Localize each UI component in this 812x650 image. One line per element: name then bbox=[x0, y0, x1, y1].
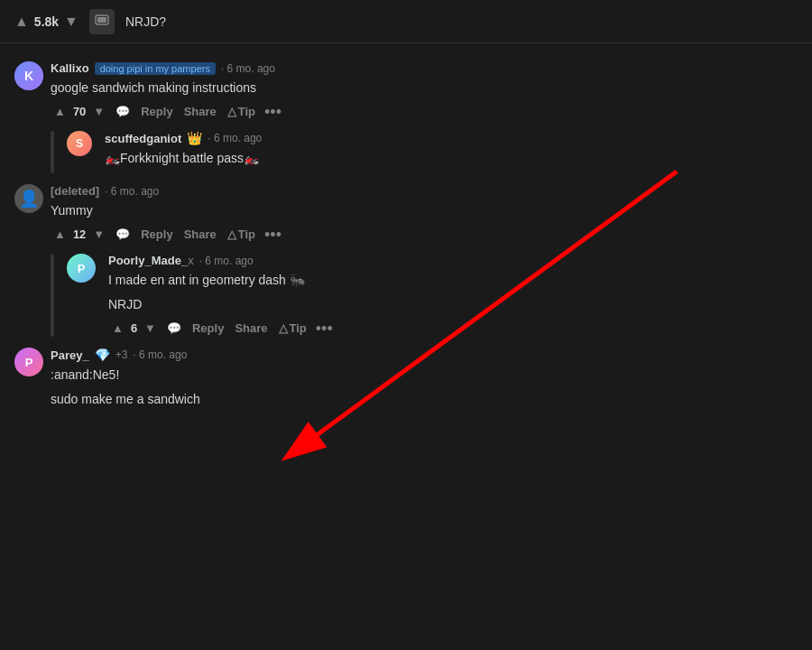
reply-button-poorly[interactable]: Reply bbox=[189, 320, 227, 337]
avatar-scuffed: S bbox=[67, 131, 92, 156]
timestamp-scuffed: · 6 mo. ago bbox=[208, 132, 262, 144]
post-downvote-button[interactable]: ▼ bbox=[64, 14, 78, 30]
comment-icon-deleted: 💬 bbox=[112, 226, 134, 243]
comment-header-parey: Parey_ 💎 +3 · 6 mo. ago bbox=[51, 348, 798, 362]
post-thumbnail-icon bbox=[89, 9, 115, 34]
comment-header-scuffed: scuffedganiot 👑 · 6 mo. ago bbox=[105, 131, 798, 145]
reply-button-deleted[interactable]: Reply bbox=[137, 226, 176, 243]
comment-text-parey: :anand:Ne5! bbox=[51, 366, 798, 385]
reply-button-kallixo[interactable]: Reply bbox=[137, 103, 176, 120]
post-vote-section: ▲ 5.8k ▼ bbox=[14, 14, 78, 30]
flair-kallixo: doing pipi in my pampers bbox=[95, 62, 216, 75]
more-button-deleted[interactable]: ••• bbox=[263, 227, 283, 243]
username-scuffed[interactable]: scuffedganiot bbox=[105, 132, 181, 145]
share-button-deleted[interactable]: Share bbox=[180, 226, 220, 243]
comment-icon-poorly: 💬 bbox=[163, 320, 185, 337]
more-button-kallixo[interactable]: ••• bbox=[263, 104, 283, 120]
comment-subtext-poorly: NRJD bbox=[108, 295, 798, 314]
comment-parey: P Parey_ 💎 +3 · 6 mo. ago :anand:Ne5! su… bbox=[14, 348, 798, 414]
tip-button-deleted[interactable]: △ Tip bbox=[224, 226, 259, 243]
comment-actions-deleted: ▲ 12 ▼ 💬 Reply Share △ Tip ••• bbox=[51, 226, 798, 243]
post-title: NRJD? bbox=[125, 14, 166, 29]
avatar-parey: P bbox=[14, 348, 43, 376]
timestamp-kallixo: · 6 mo. ago bbox=[221, 62, 275, 75]
thread-line-scuffed bbox=[51, 131, 54, 173]
tip-button-kallixo[interactable]: △ Tip bbox=[224, 103, 259, 120]
comment-actions-kallixo: ▲ 70 ▼ 💬 Reply Share △ Tip ••• bbox=[51, 103, 798, 120]
comment-text-deleted: Yummy bbox=[51, 201, 798, 220]
nested-scuffed-container: S scuffedganiot 👑 · 6 mo. ago 🏍️Forkknig… bbox=[51, 131, 798, 173]
comment-body-scuffed: scuffedganiot 👑 · 6 mo. ago 🏍️Forkknight… bbox=[105, 131, 798, 173]
avatar-deleted: 👤 bbox=[14, 184, 43, 213]
nested-poorly-container: P Poorly_Made_x · 6 mo. ago I made en an… bbox=[51, 254, 798, 337]
username-kallixo[interactable]: Kallixo bbox=[51, 61, 89, 75]
downvote-deleted[interactable]: ▼ bbox=[89, 226, 108, 243]
diamond-icon-parey: 💎 bbox=[95, 348, 110, 362]
svg-rect-1 bbox=[97, 17, 106, 23]
comment-icon-kallixo: 💬 bbox=[112, 103, 134, 120]
comment-poorly: P Poorly_Made_x · 6 mo. ago I made en an… bbox=[51, 254, 798, 337]
comment-text-scuffed: 🏍️Forkknight battle pass🏍️ bbox=[105, 149, 798, 168]
downvote-poorly[interactable]: ▼ bbox=[141, 320, 160, 337]
comment-subtext-parey: sudo make me a sandwich bbox=[51, 390, 798, 409]
more-button-poorly[interactable]: ••• bbox=[314, 320, 335, 337]
post-upvote-button[interactable]: ▲ bbox=[14, 14, 29, 30]
comment-deleted: 👤 [deleted] · 6 mo. ago Yummy ▲ 12 ▼ 💬 bbox=[14, 184, 798, 243]
share-button-kallixo[interactable]: Share bbox=[180, 103, 220, 120]
upvote-deleted[interactable]: ▲ bbox=[51, 226, 69, 243]
vote-count-kallixo: 70 bbox=[73, 105, 86, 118]
plus3-parey: +3 bbox=[115, 348, 128, 361]
comment-text-poorly: I made en ant in geometry dash 🐜 bbox=[108, 271, 798, 290]
vote-count-deleted: 12 bbox=[73, 228, 86, 241]
comment-scuffed: S scuffedganiot 👑 · 6 mo. ago 🏍️Forkknig… bbox=[51, 131, 798, 173]
avatar-poorly: P bbox=[67, 254, 96, 283]
timestamp-deleted: · 6 mo. ago bbox=[105, 185, 159, 198]
tip-button-poorly[interactable]: △ Tip bbox=[275, 320, 310, 337]
vote-count-poorly: 6 bbox=[131, 321, 137, 335]
username-deleted[interactable]: [deleted] bbox=[51, 184, 99, 198]
share-button-poorly[interactable]: Share bbox=[231, 320, 271, 337]
vote-section-deleted: ▲ 12 ▼ bbox=[51, 226, 108, 243]
comments-container: K Kallixo doing pipi in my pampers · 6 m… bbox=[0, 43, 812, 650]
comment-kallixo: K Kallixo doing pipi in my pampers · 6 m… bbox=[14, 61, 798, 120]
comment-header-poorly: Poorly_Made_x · 6 mo. ago bbox=[108, 254, 798, 267]
downvote-kallixo[interactable]: ▼ bbox=[89, 103, 108, 120]
crown-icon-scuffed: 👑 bbox=[187, 131, 202, 145]
vote-section-poorly: ▲ 6 ▼ bbox=[108, 320, 160, 337]
comment-actions-poorly: ▲ 6 ▼ 💬 Reply Share △ Tip ••• bbox=[108, 320, 798, 337]
vote-section-kallixo: ▲ 70 ▼ bbox=[51, 103, 108, 120]
avatar-kallixo: K bbox=[14, 61, 43, 90]
username-poorly[interactable]: Poorly_Made_x bbox=[108, 254, 194, 267]
timestamp-parey: · 6 mo. ago bbox=[133, 348, 187, 361]
username-parey[interactable]: Parey_ bbox=[51, 348, 89, 362]
thread-line-poorly bbox=[51, 254, 54, 337]
comment-text-kallixo: google sandwich making instructions bbox=[51, 79, 798, 98]
post-vote-count: 5.8k bbox=[34, 14, 59, 29]
timestamp-poorly: · 6 mo. ago bbox=[199, 255, 254, 267]
upvote-kallixo[interactable]: ▲ bbox=[51, 103, 69, 120]
comment-body-parey: Parey_ 💎 +3 · 6 mo. ago :anand:Ne5! sudo… bbox=[51, 348, 798, 414]
upvote-poorly[interactable]: ▲ bbox=[108, 320, 127, 337]
top-bar: ▲ 5.8k ▼ NRJD? bbox=[0, 0, 812, 43]
comment-body-deleted: [deleted] · 6 mo. ago Yummy ▲ 12 ▼ 💬 Rep… bbox=[51, 184, 798, 243]
comment-body-poorly: Poorly_Made_x · 6 mo. ago I made en ant … bbox=[108, 254, 798, 337]
comment-body-kallixo: Kallixo doing pipi in my pampers · 6 mo.… bbox=[51, 61, 798, 120]
comment-header-kallixo: Kallixo doing pipi in my pampers · 6 mo.… bbox=[51, 61, 798, 75]
comment-header-deleted: [deleted] · 6 mo. ago bbox=[51, 184, 798, 198]
